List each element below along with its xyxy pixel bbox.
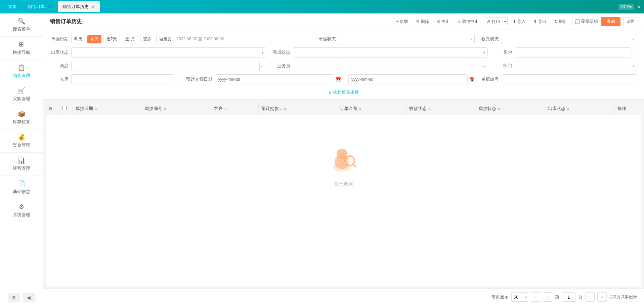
th-amount[interactable]: 订单金额 ⇅ xyxy=(337,102,406,115)
delivery-date-to[interactable] xyxy=(348,74,468,84)
outbound-status-select[interactable] xyxy=(71,47,266,58)
delivery-date-group: 📅 — 📅 xyxy=(215,74,475,84)
tab-home-label: 首页 xyxy=(8,4,17,10)
svg-point-8 xyxy=(339,160,340,161)
order-no-input[interactable] xyxy=(502,74,637,84)
th-order-status[interactable]: 单据状态 ⇅ xyxy=(476,102,545,115)
complete-status-select[interactable] xyxy=(293,47,488,58)
date-btn-more[interactable]: 更多 xyxy=(140,35,154,43)
display-cols-checkbox[interactable] xyxy=(575,20,579,24)
sidebar-item-inventory[interactable]: 📦 库存核算 xyxy=(0,106,43,129)
often-label: OfTEn xyxy=(618,4,634,10)
order-status-control: ▾ xyxy=(339,34,474,44)
print-dropdown-arrow[interactable]: ▾ xyxy=(503,18,507,25)
empty-state: 暂无数据 xyxy=(46,115,641,214)
sidebar-collapse-btn[interactable]: ◀ xyxy=(23,293,35,302)
svg-point-6 xyxy=(340,153,341,154)
date-sort-icon: ⇅ xyxy=(94,107,97,111)
payment-status-select[interactable] xyxy=(502,34,637,44)
refresh-button[interactable]: ↻ 刷新 xyxy=(552,17,569,26)
th-payment-status[interactable]: 收款状态 ⇅ xyxy=(406,102,476,115)
date-btn-1month[interactable]: 近1月 xyxy=(122,35,138,43)
th-order-no[interactable]: 单据编号 ⇅ xyxy=(142,102,211,115)
operations-icon: 📊 xyxy=(18,157,25,164)
tab-sales-order-history-close[interactable]: ✕ xyxy=(91,4,95,9)
goods-input[interactable] xyxy=(71,61,260,71)
warehouse-dots[interactable]: ··· xyxy=(174,77,181,82)
topbar-close-icon[interactable]: ✕ xyxy=(637,4,641,9)
date-btn-7days[interactable]: 近7天 xyxy=(103,35,120,43)
sidebar-item-system-mgmt[interactable]: ⚙ 系统管理 xyxy=(0,199,43,222)
order-status-select[interactable] xyxy=(339,34,474,44)
prev-page-btn[interactable]: ‹ xyxy=(543,292,552,302)
salesperson-dots[interactable]: ··· xyxy=(481,64,488,69)
sidebar-settings-btn[interactable]: ⚙ xyxy=(8,293,20,302)
salesperson-input[interactable] xyxy=(293,61,481,71)
complete-status-control: ▾ xyxy=(293,47,488,58)
date-btn-custom[interactable]: 自定义 xyxy=(156,35,174,43)
empty-text: 暂无数据 xyxy=(334,181,353,187)
svg-point-9 xyxy=(341,162,343,163)
page-total: 共0页,0条记录 xyxy=(609,294,637,300)
th-outbound-status-label: 出库状态 xyxy=(548,106,565,112)
dept-select[interactable] xyxy=(515,61,637,71)
display-cols-toggle[interactable]: 显示暗细 xyxy=(575,18,598,25)
last-page-btn[interactable]: » xyxy=(597,292,607,302)
customer-dots[interactable]: ··· xyxy=(631,50,637,55)
svg-point-4 xyxy=(347,158,353,164)
sidebar-item-basic-info[interactable]: 📄 基础信息 xyxy=(0,176,43,199)
customer-input[interactable] xyxy=(515,47,631,58)
print-button[interactable]: 🖨 打印 xyxy=(484,17,503,26)
th-settings[interactable]: ⚙ xyxy=(46,102,59,115)
delete-button[interactable]: 🗑 删除 xyxy=(413,17,432,26)
delivery-date-from[interactable] xyxy=(215,74,334,84)
collapse-row[interactable]: ∧ 收起更多条件 xyxy=(50,88,637,95)
delivery-date-label: 预计交货日期 xyxy=(186,76,212,82)
tab-sales-order-label: 销售订单 xyxy=(28,4,45,10)
payment-status-control: ▾ xyxy=(502,34,637,44)
sidebar: 🔍 搜索菜单 ⊞ 快捷导航 📋 销售管理 🛒 采购管理 📦 库存核算 💰 资金管… xyxy=(0,13,43,305)
sidebar-item-purchase-mgmt[interactable]: 🛒 采购管理 xyxy=(0,83,43,106)
th-date[interactable]: 单据日期 ⇅ xyxy=(73,102,142,115)
tab-sales-order[interactable]: 销售订单 ✕ xyxy=(23,1,56,12)
stop-button[interactable]: ⊘ 中止 xyxy=(434,17,452,26)
sidebar-item-finance[interactable]: 💰 资金管理 xyxy=(0,129,43,153)
per-page-select[interactable]: 10 20 50 100 xyxy=(511,292,528,302)
sidebar-item-quick-nav[interactable]: ⊞ 快捷导航 xyxy=(0,37,43,60)
tab-sales-order-history[interactable]: 销售订单历史 ✕ xyxy=(58,1,100,12)
date-btn-today[interactable]: 今天 xyxy=(87,35,101,43)
payment-status-sort-icon: ⇅ xyxy=(428,107,431,111)
settings-button[interactable]: 设置 xyxy=(623,17,637,26)
content-area: 销售订单历史 + 新增 🗑 删除 ⊘ 中止 ⊙ 取消中止 🖨 打印 ▾ ⬇ 导入… xyxy=(43,13,644,305)
th-checkbox[interactable] xyxy=(59,102,73,115)
filter-row-4: 仓库 ··· 预计交货日期 📅 — 📅 xyxy=(50,74,637,84)
calendar-from-icon[interactable]: 📅 xyxy=(336,77,341,82)
query-button[interactable]: 查询 xyxy=(601,17,620,26)
new-button[interactable]: + 新增 xyxy=(393,17,410,26)
sidebar-item-sales-mgmt[interactable]: 📋 销售管理 xyxy=(0,60,43,83)
cancel-stop-button[interactable]: ⊙ 取消中止 xyxy=(455,17,481,26)
calendar-to-icon[interactable]: 📅 xyxy=(469,77,475,82)
th-outbound-status[interactable]: 出库状态 ⇅ xyxy=(545,102,614,115)
page-label-post: 页 xyxy=(578,294,583,300)
th-delivery-date[interactable]: 预计交货... ⇅ xyxy=(258,102,337,115)
sidebar-item-operations-label: 经营管理 xyxy=(13,165,30,171)
goods-dots[interactable]: ··· xyxy=(260,64,266,69)
main-layout: 🔍 搜索菜单 ⊞ 快捷导航 📋 销售管理 🛒 采购管理 📦 库存核算 💰 资金管… xyxy=(0,13,644,305)
tab-home[interactable]: 首页 xyxy=(3,1,22,12)
page-title: 销售订单历史 xyxy=(50,18,82,25)
select-all-checkbox[interactable] xyxy=(62,106,67,110)
sidebar-item-operations[interactable]: 📊 经营管理 xyxy=(0,153,43,176)
sidebar-item-search-menu[interactable]: 🔍 搜索菜单 xyxy=(0,13,43,37)
order-no-control xyxy=(502,74,637,84)
tab-sales-order-close[interactable]: ✕ xyxy=(47,4,52,9)
export-button[interactable]: ⬆ 导出 xyxy=(531,17,549,26)
next-page-btn[interactable]: › xyxy=(585,292,595,302)
filter-area: 单据日期 昨天 今天 近7天 近1月 更多 自定义 2023-06-02 至 2… xyxy=(43,30,644,100)
first-page-btn[interactable]: « xyxy=(531,292,540,302)
import-button[interactable]: ⬇ 导入 xyxy=(510,17,528,26)
current-page-input[interactable]: 1 xyxy=(562,292,575,302)
warehouse-input[interactable] xyxy=(71,74,174,84)
date-btn-yesterday[interactable]: 昨天 xyxy=(71,35,85,43)
th-customer[interactable]: 客户 ⇅ xyxy=(211,102,258,115)
